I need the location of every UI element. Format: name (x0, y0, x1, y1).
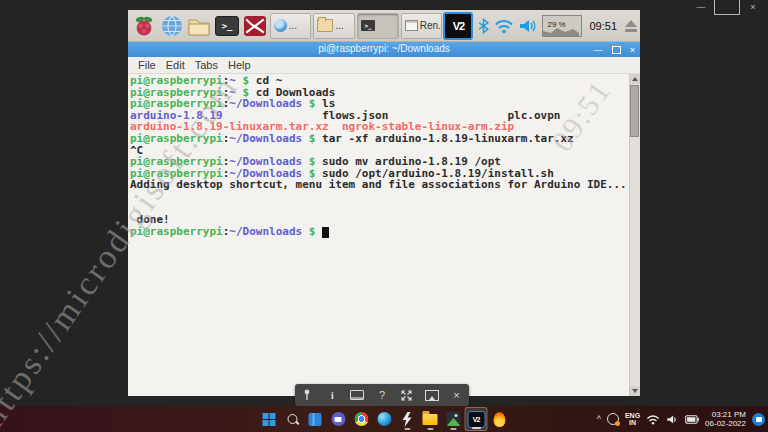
terminal-line: pi@raspberrypi:~/Downloads $ tar -xf ard… (130, 133, 628, 145)
task-label: ... (335, 20, 343, 31)
windows-taskbar: V2 ^ ENG IN 03:21 PM 06-02-2022 (0, 406, 768, 432)
update-pending-icon[interactable] (607, 413, 619, 425)
screenshot-icon[interactable] (424, 387, 440, 403)
menu-item-tabs[interactable]: Tabs (190, 59, 223, 71)
chat-button[interactable] (327, 407, 350, 431)
vnc-server-tray-icon[interactable]: V2 (443, 12, 473, 40)
windows-logo-icon (263, 413, 276, 426)
battery-status-icon[interactable] (685, 415, 699, 424)
terminal-minimize-button[interactable]: — (594, 45, 603, 55)
pi-clock[interactable]: 09:51 (589, 20, 617, 32)
lightning-app-button[interactable] (396, 407, 419, 431)
raspberry-menu-icon[interactable] (131, 13, 157, 39)
edge-icon (377, 412, 391, 426)
vnc-viewer-icon: V2 (467, 411, 485, 428)
running-indicator (450, 428, 456, 430)
taskbar-system-tray: ^ ENG IN 03:21 PM 06-02-2022 (597, 406, 765, 432)
terminal-close-button[interactable]: × (630, 45, 635, 55)
photos-icon (446, 412, 460, 426)
search-button[interactable] (281, 407, 304, 431)
time-value: 03:21 PM (705, 410, 746, 419)
terminal-line: Adding desktop shortcut, menu item and f… (130, 179, 628, 191)
terminal-titlebar[interactable]: pi@raspberrypi: ~/Downloads — × (128, 42, 640, 57)
terminal-title: pi@raspberrypi: ~/Downloads (128, 43, 640, 54)
app-close-button[interactable]: × (740, 0, 766, 14)
photos-app-button[interactable] (442, 407, 465, 431)
scrollbar-thumb[interactable] (630, 85, 639, 137)
terminal-scrollbar[interactable] (629, 74, 640, 396)
raspberry-icon (132, 14, 156, 38)
terminal-launcher-icon[interactable]: >_ (214, 13, 240, 39)
search-icon (287, 414, 297, 424)
menu-item-file[interactable]: File (133, 59, 161, 71)
menu-item-help[interactable]: Help (223, 59, 256, 71)
terminal-menubar: FileEditTabsHelp (128, 57, 640, 74)
maximize-icon (714, 0, 740, 15)
edge-button[interactable] (373, 407, 396, 431)
hidden-icons-chevron[interactable]: ^ (597, 414, 601, 424)
taskbar-clock[interactable]: 03:21 PM 06-02-2022 (705, 410, 746, 428)
start-button[interactable] (258, 407, 281, 431)
web-browser-icon[interactable] (159, 13, 185, 39)
chromium-icon (274, 19, 287, 32)
scroll-up-button[interactable] (630, 74, 640, 84)
terminal-line (130, 191, 628, 203)
notification-badge[interactable] (752, 413, 765, 426)
raspberry-pi-desktop: >_ ... ... >_ Ren... V2 (128, 10, 640, 396)
bluetooth-icon[interactable] (477, 18, 490, 34)
menu-item-edit[interactable]: Edit (161, 59, 190, 71)
wifi-icon[interactable] (494, 18, 514, 34)
lightning-icon (402, 412, 413, 427)
region-code: IN (625, 419, 640, 427)
globe-icon (160, 14, 184, 38)
fullscreen-icon[interactable] (399, 387, 415, 403)
volume-icon[interactable] (518, 18, 538, 34)
chrome-button[interactable] (350, 407, 373, 431)
task-label: ... (289, 20, 297, 31)
folder-icon (317, 19, 333, 32)
flame-app-button[interactable] (488, 407, 511, 431)
folder-icon (187, 14, 211, 38)
terminal-output: pi@raspberrypi:~ $ cd ~pi@raspberrypi:~ … (130, 75, 628, 237)
pi-taskbar-panel: >_ ... ... >_ Ren... V2 (128, 10, 640, 42)
language-indicator[interactable]: ENG IN (625, 412, 640, 427)
vnc-server-icon[interactable] (242, 13, 268, 39)
taskbar-center-icons: V2 (258, 406, 511, 432)
window-icon (405, 20, 418, 31)
terminal-window-buttons: — × (594, 43, 635, 56)
flame-icon (493, 412, 505, 427)
scroll-down-button[interactable] (630, 386, 640, 396)
vnc-viewer-button[interactable]: V2 (465, 407, 488, 431)
terminal-line (130, 203, 628, 215)
keyboard-icon[interactable] (349, 387, 365, 403)
file-manager-icon[interactable] (187, 13, 213, 39)
running-indicator (472, 427, 481, 429)
chrome-icon (354, 412, 368, 426)
volume-status-icon[interactable] (666, 414, 679, 425)
vnc-app-window-controls: — × (688, 0, 766, 14)
task-button-rename[interactable]: Ren... (401, 13, 443, 39)
task-button-file-manager[interactable]: ... (313, 13, 355, 39)
terminal-window: pi@raspberrypi: ~/Downloads — × FileEdit… (128, 42, 640, 396)
vnc-toolbar: i ? × (295, 384, 469, 406)
task-button-terminal[interactable]: >_ (357, 13, 399, 39)
chat-icon (331, 412, 345, 426)
file-explorer-button[interactable] (419, 407, 442, 431)
red-app-icon (244, 16, 266, 36)
app-maximize-button[interactable] (714, 0, 740, 14)
wifi-status-icon[interactable] (646, 414, 660, 425)
app-minimize-button[interactable]: — (688, 0, 714, 14)
close-toolbar-icon[interactable]: × (448, 387, 464, 403)
task-button-chromium[interactable]: ... (270, 13, 312, 39)
terminal-restore-button[interactable] (612, 46, 621, 54)
snap-assist-button[interactable] (304, 407, 327, 431)
help-icon[interactable]: ? (374, 387, 390, 403)
info-icon[interactable]: i (324, 387, 340, 403)
terminal-cursor (322, 227, 329, 238)
explorer-icon (423, 414, 438, 425)
cpu-usage-monitor[interactable]: 29 % (542, 15, 582, 37)
terminal-content[interactable]: pi@raspberrypi:~ $ cd ~pi@raspberrypi:~ … (128, 74, 640, 396)
eject-icon[interactable] (624, 19, 638, 33)
pin-icon[interactable] (299, 387, 315, 403)
language-code: ENG (625, 412, 640, 420)
